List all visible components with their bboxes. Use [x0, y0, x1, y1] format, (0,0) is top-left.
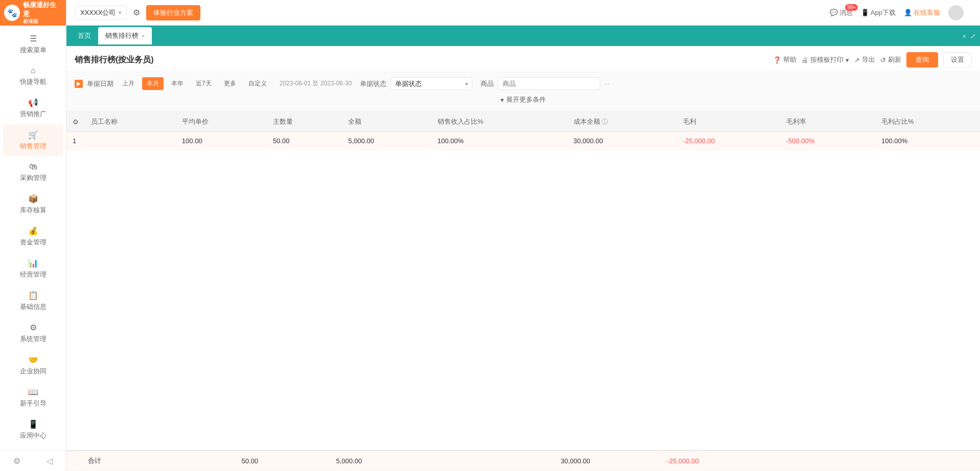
chevron-down-icon: ▾ [500, 96, 504, 104]
th-gross-profit: 毛利 [677, 112, 780, 132]
sidebar-item-sales[interactable]: 🛒 销售管理 [3, 125, 63, 156]
tab-close-icon[interactable]: × [142, 33, 145, 39]
cost-help-icon[interactable]: ⓘ [602, 118, 608, 125]
chevron-down-icon: ▾ [119, 10, 121, 15]
app-download-label: App下载 [871, 8, 896, 17]
message-icon: 💬 [830, 9, 838, 16]
header-right: 💬 消息 99+ 📱 App下载 👤 在线客服 [830, 5, 972, 20]
query-button[interactable]: 查询 [906, 52, 938, 68]
status-filter-label: 单据状态 [360, 79, 386, 88]
date-filter-item: ▶ 单据日期 上月 本月 本年 近7天 更多 自定义 [75, 77, 271, 90]
sidebar-item-business[interactable]: 📊 经营管理 [3, 253, 63, 284]
logo-icon: 🐾 [4, 5, 20, 21]
tab-sales-ranking[interactable]: 销售排行榜 × [98, 27, 152, 44]
page-header: 销售排行榜(按业务员) ❓ 帮助 🖨 按模板打印 ▾ ↗ 导出 ↺ 刷新 [66, 46, 980, 72]
guide-icon: 📖 [28, 387, 38, 397]
print-icon: 🖨 [802, 56, 808, 64]
sidebar-item-label: 基础信息 [20, 302, 47, 311]
footer-cost-amount: 30,000.00 [555, 451, 661, 471]
minimize-icon[interactable]: × [962, 32, 966, 40]
mobile-icon: 📱 [861, 9, 869, 16]
sidebar-item-label: 应用中心 [20, 431, 47, 440]
settings-button[interactable]: 设置 [943, 52, 972, 68]
template-print-label: 按模板打印 [810, 55, 844, 64]
message-badge: 99+ [845, 4, 858, 11]
th-total-amount: 全额 [342, 112, 431, 132]
header-app-download[interactable]: 📱 App下载 [861, 8, 896, 17]
sidebar-nav: ☰ 搜索菜单 ⌂ 快捷导航 📢 营销推广 🛒 销售管理 🛍 采购管理 📦 库存核… [0, 26, 66, 451]
basic-icon: 📋 [28, 290, 38, 300]
help-label: 帮助 [783, 55, 796, 64]
footer-settings-cell [66, 451, 82, 471]
export-icon: ↗ [854, 56, 860, 64]
sidebar-item-label: 快捷导航 [20, 77, 47, 86]
date-range-display: 2023-06-01 至 2023-06-30 [280, 79, 352, 88]
footer-label: 合计 [82, 451, 141, 471]
trial-button[interactable]: 体验行业方案 [146, 5, 200, 20]
tab-home[interactable]: 首页 [71, 27, 98, 44]
footer-main-qty: 50.00 [236, 451, 330, 471]
template-print-button[interactable]: 🖨 按模板打印 ▾ [802, 55, 849, 64]
filter-expand-icon[interactable]: ▶ [75, 80, 83, 88]
sidebar-item-wechat[interactable]: 💬 企业微信 [3, 446, 63, 451]
th-avg-price: 平均单价 [176, 112, 267, 132]
sidebar-collapse-icon[interactable]: ◁ [47, 456, 53, 466]
more-conditions-toggle[interactable]: ▾ 展开更多条件 [75, 93, 972, 106]
footer-avg-price [141, 451, 236, 471]
table-body: 1 100.00 50.00 5,000.00 100.00% 30,000.0… [66, 132, 980, 150]
marketing-icon: 📢 [28, 98, 38, 107]
sidebar-item-label: 库存核算 [20, 206, 47, 215]
date-custom-btn[interactable]: 自定义 [244, 77, 271, 90]
sidebar-item-inventory[interactable]: 📦 库存核算 [3, 189, 63, 220]
company-name: XXXXX公司 [80, 8, 116, 17]
goods-filter-item: 商品 ··· [481, 77, 609, 90]
app-version: 标准版 [23, 18, 62, 25]
sidebar-settings-icon[interactable]: ⚙ [13, 456, 20, 466]
tabs-bar: 首页 销售排行榜 × × ⤢ [66, 26, 980, 46]
goods-input[interactable] [498, 77, 600, 90]
header-gear-icon[interactable]: ⚙ [133, 8, 140, 17]
cell-gross-margin: -500.00% [780, 132, 875, 150]
th-cost-amount: 成本全额 ⓘ [567, 112, 677, 132]
export-button[interactable]: ↗ 导出 [854, 55, 875, 64]
cell-name [85, 132, 176, 150]
sidebar-item-basic[interactable]: 📋 基础信息 [3, 285, 63, 317]
date-filter-buttons: 上月 本月 本年 近7天 更多 自定义 [118, 77, 271, 90]
avatar[interactable] [948, 5, 964, 20]
sidebar-item-quicknav[interactable]: ⌂ 快捷导航 [3, 61, 63, 92]
th-settings[interactable]: ⚙ [66, 112, 85, 132]
sidebar-item-collab[interactable]: 🤝 企业协同 [3, 350, 63, 381]
sidebar-item-apps[interactable]: 📱 应用中心 [3, 414, 63, 445]
sidebar-item-system[interactable]: ⚙ 系统管理 [3, 318, 63, 349]
header-message[interactable]: 💬 消息 99+ [830, 8, 853, 17]
sidebar-item-guide[interactable]: 📖 新手引导 [3, 382, 63, 413]
sidebar-item-marketing[interactable]: 📢 营销推广 [3, 93, 63, 124]
goods-more-icon[interactable]: ··· [604, 80, 609, 87]
table-row: 1 100.00 50.00 5,000.00 100.00% 30,000.0… [66, 132, 980, 150]
footer-gross-profit: -25,000.00 [661, 451, 767, 471]
sidebar-logo: 🐾 畅康通好生意 标准版 [0, 0, 66, 26]
restore-icon[interactable]: ⤢ [970, 32, 976, 40]
date-range-text: 2023-06-01 至 2023-06-30 [280, 79, 352, 88]
refresh-button[interactable]: ↺ 刷新 [880, 55, 901, 64]
goods-filter-label: 商品 [481, 79, 494, 88]
table-footer: 合计 50.00 5,000.00 30,000.00 -25,000.00 [66, 450, 980, 471]
status-select-wrapper: 单据状态 [391, 77, 472, 90]
sidebar-item-purchase[interactable]: 🛍 采购管理 [3, 157, 63, 188]
sidebar-item-search[interactable]: ☰ 搜索菜单 [3, 29, 63, 60]
app-name: 畅康通好生意 [23, 1, 62, 18]
date-this-month-btn[interactable]: 本月 [142, 77, 164, 90]
sidebar-item-finance[interactable]: 💰 资金管理 [3, 221, 63, 252]
page-actions: ❓ 帮助 🖨 按模板打印 ▾ ↗ 导出 ↺ 刷新 查询 设置 [773, 52, 972, 68]
date-more-btn[interactable]: 更多 [219, 77, 241, 90]
date-this-year-btn[interactable]: 本年 [167, 77, 188, 90]
help-button[interactable]: ❓ 帮助 [773, 55, 796, 64]
main-content: XXXXX公司 ▾ ⚙ 体验行业方案 💬 消息 99+ 📱 App下载 👤 在线… [66, 0, 980, 471]
date-last-month-btn[interactable]: 上月 [118, 77, 139, 90]
header-online-service[interactable]: 👤 在线客服 [904, 8, 940, 17]
status-select[interactable]: 单据状态 [391, 77, 472, 90]
date-last7-btn[interactable]: 近7天 [191, 77, 216, 90]
table-container: ⚙ 员工名称 平均单价 主数量 全额 销售收入占比% 成本全额 ⓘ 毛利 毛利率 [66, 112, 980, 450]
company-selector[interactable]: XXXXX公司 ▾ [75, 6, 127, 20]
footer-gross-margin [767, 451, 874, 471]
